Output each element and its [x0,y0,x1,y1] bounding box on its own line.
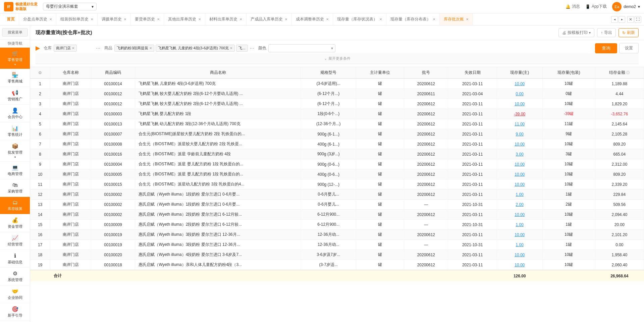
row-qty-main[interactable]: 10.00 [497,250,542,260]
refresh-btn[interactable]: ↻ 刷新 [619,28,639,37]
sidebar-item-wholesale[interactable]: 📦 批发管理 ▾ [0,140,30,162]
nav-close-btn[interactable]: ✕ [627,16,634,23]
messages-btn[interactable]: 🔔 消息 [566,4,580,9]
tab-cost-adjust[interactable]: 成本调整单历史 ✕ [292,13,333,25]
sidebar-item-inventory[interactable]: 🗂 库存核算 [0,197,30,214]
warehouse-select[interactable]: 母婴行业演示账套 ▾ [43,3,97,10]
row-qty-main[interactable]: 1.00 [497,240,542,250]
tab-yao-huo[interactable]: 要货单历史 ✕ [131,13,164,25]
nav-next-btn[interactable]: ▸ [619,16,625,23]
tab-stock-dist[interactable]: 现存量（库存分布表） ✕ [386,13,440,25]
tab-other-out[interactable]: 其他出库单历史 ✕ [164,13,205,25]
nav-prev-btn[interactable]: ◂ [611,16,618,23]
remove-tag-icon[interactable]: ✕ [230,46,232,50]
row-qty-pkg: 10罐 [542,250,595,260]
table-row: 7 南岸门店 00100008 合生元（BIOSTIME）派星较大婴儿配方奶粉 … [30,139,644,149]
tab-product-in[interactable]: 产成品入库单历史 ✕ [247,13,292,25]
row-qty-main[interactable]: 10.00 [497,139,542,149]
sidebar-item-guide[interactable]: 🎯 新手引导 [0,303,30,321]
row-qty-main[interactable]: 10.00 [497,210,542,220]
sidebar-item-mall[interactable]: 🏪 零售商城 [0,69,30,87]
row-qty-main[interactable]: 9.00 [497,129,542,139]
sidebar-item-retail[interactable]: 🛒 零售管理 ▾ [0,48,30,69]
close-tab-icon[interactable]: ✕ [466,17,469,21]
row-qty-main[interactable]: 10.00 [497,230,542,240]
close-tab-icon[interactable]: ✕ [198,17,201,21]
print-btn[interactable]: 🖨 按模板打印 ▾ [558,28,594,37]
warehouse-tag[interactable]: 南岸门店 ✕ [54,45,77,52]
close-tab-icon[interactable]: ✕ [326,17,329,21]
row-qty-main[interactable]: 10.00 [497,99,542,109]
user-profile[interactable]: Ea demo2 ▾ [612,2,640,11]
expand-filters-icon[interactable]: ▶ [36,45,40,51]
more-product-icon[interactable]: ··· [250,45,254,51]
row-qty-main[interactable]: 1.00 [497,190,542,200]
tab-diao-bo[interactable]: 调拨单历史 ✕ [98,13,131,25]
settings-btn[interactable]: 设置 [619,43,639,53]
purchase-icon: 🛍 [12,182,18,188]
nav-maximize-btn[interactable]: ⛶ [635,16,641,23]
sidebar-item-ecommerce[interactable]: 💻 电商管理 [0,162,30,179]
row-qty-main[interactable]: 3.00 [497,149,542,159]
remove-tag-icon[interactable]: ✕ [72,46,74,50]
info-icon[interactable]: ⓘ [626,71,630,74]
close-tab-icon[interactable]: ✕ [124,17,126,21]
tab-stock-batch[interactable]: 库存批次账 ✕ [440,13,473,25]
sidebar-item-finance[interactable]: 💰 资金管理 [0,214,30,232]
row-unit: 罐 [356,109,404,119]
remove-tag-icon[interactable]: ✕ [149,46,152,50]
sidebar-item-stats[interactable]: 📊 零售统计 [0,122,30,140]
inventory-table: ⚙ 仓库名称 商品编码 商品名称 规格型号 主计量单位 批号 失效日期 现存量(… [30,67,644,281]
close-tab-icon[interactable]: ✕ [433,17,435,21]
tab-material-out[interactable]: 材料出库单历史 ✕ [205,13,247,25]
product-tag-2[interactable]: 飞鹤星飞帆 儿童奶粉 4段(3-6岁适用) 700克 ✕ [156,45,235,52]
tab-zu-zhuang[interactable]: 组装拆卸单历史 ✕ [56,13,98,25]
close-tab-icon[interactable]: ✕ [379,17,382,21]
row-qty-main[interactable]: 10.00 [497,159,542,169]
app-download-btn[interactable]: 📱 App下载 [585,4,607,9]
row-qty-main[interactable]: 10.00 [497,260,542,270]
sidebar-quick-nav[interactable]: 快捷导航 [0,40,30,48]
color-input[interactable]: ▾ [268,44,335,52]
row-spec: 12-36月幼... [301,240,356,250]
row-qty-main[interactable]: 10.00 [497,179,542,190]
more-warehouse-icon[interactable]: ··· [96,45,100,51]
chevron-down-icon: ⌄ [324,56,327,61]
export-btn[interactable]: ↑ 导出 [597,28,616,37]
close-tab-icon[interactable]: ✕ [157,17,160,21]
sidebar-item-base-info[interactable]: ℹ 基础信息 [0,250,30,268]
sidebar-item-system[interactable]: ⚙ 系统管理 [0,268,30,285]
close-tab-icon[interactable]: ✕ [49,17,52,21]
sidebar-item-member[interactable]: 👤 会员中心 [0,105,30,122]
col-settings[interactable]: ⚙ [30,67,50,78]
row-qty-main[interactable]: 0.00 [497,89,542,99]
data-table-area: ⚙ 仓库名称 商品编码 商品名称 规格型号 主计量单位 批号 失效日期 现存量(… [30,67,644,322]
expand-more-btn[interactable]: ⌄ 展开更多条件 [324,56,351,61]
close-tab-icon[interactable]: ✕ [285,17,287,21]
query-btn[interactable]: 查询 [595,43,617,53]
search-menu-btn[interactable]: 搜索菜单 [2,28,28,37]
page-actions: 🖨 按模板打印 ▾ ↑ 导出 ↻ 刷新 [558,28,639,37]
row-qty-main[interactable]: 2.00 [497,200,542,210]
sidebar-item-purchase[interactable]: 🛍 采购管理 [0,179,30,197]
row-qty-main[interactable]: 10.00 [497,78,542,89]
tab-stock-status[interactable]: 现存量（库存状况表） ✕ [333,13,386,25]
sidebar-item-management[interactable]: 📈 经营管理 [0,232,30,250]
row-warehouse: 南岸门店 [50,99,91,109]
close-tab-icon[interactable]: ✕ [239,17,242,21]
row-qty-main[interactable]: 10.00 [497,169,542,179]
product-tag-1[interactable]: 飞鹤奶粉3段两提装 ✕ [114,45,154,52]
row-no: 10 [30,169,50,179]
row-qty-main[interactable]: 1.00 [497,220,542,230]
tab-home[interactable]: 首页 [3,13,19,25]
close-tab-icon[interactable]: ✕ [91,17,93,21]
sidebar-item-collab[interactable]: 🤝 企业协同 [0,285,30,303]
row-amount: 20.00 [595,220,644,230]
tab-fen-pan-dian[interactable]: 分盘点单历史 ✕ [19,13,56,25]
product-tag-3[interactable]: 飞... [236,45,248,52]
row-code: 00100005 [91,169,135,179]
row-qty-main[interactable]: -39.00 [497,109,542,119]
col-spec: 规格型号 [301,67,356,78]
sidebar-item-marketing[interactable]: 📢 营销推广 [0,87,30,105]
row-qty-main[interactable]: 11.00 [497,119,542,129]
